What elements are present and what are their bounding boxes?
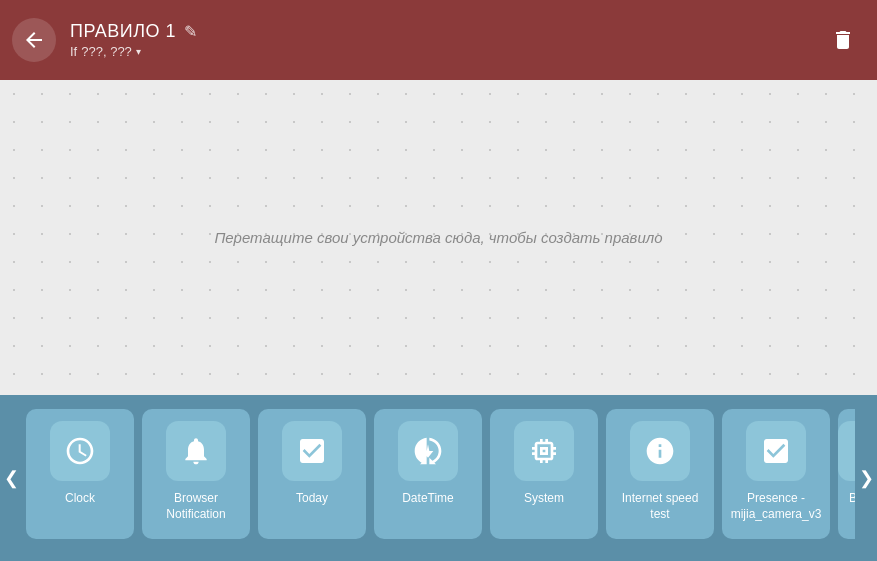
- device-card-today[interactable]: Today: [258, 409, 366, 539]
- presence-icon: [760, 435, 792, 467]
- rule-title: ПРАВИЛО 1: [70, 21, 176, 42]
- device-card-today-label: Today: [296, 491, 328, 507]
- device-card-speed-label: Internet speedtest: [622, 491, 699, 522]
- device-card-presence-mijia[interactable]: Presence -mijia_camera_v3: [722, 409, 830, 539]
- device-card-system[interactable]: System: [490, 409, 598, 539]
- device-card-presence-label: Presence -mijia_camera_v3: [731, 491, 822, 522]
- subtitle-params: ???, ???: [81, 44, 132, 59]
- device-cards-wrapper: Clock BrowserNotification Today: [22, 405, 855, 543]
- datetime-icon-container: [398, 421, 458, 481]
- speed-icon-container: [630, 421, 690, 481]
- presence-icon-container: [746, 421, 806, 481]
- edit-icon[interactable]: ✎: [184, 22, 197, 41]
- header: ПРАВИЛО 1 ✎ If ???, ??? ▾: [0, 0, 877, 80]
- notification-icon-container: [166, 421, 226, 481]
- clock-icon: [64, 435, 96, 467]
- rule-subtitle[interactable]: If ???, ??? ▾: [70, 44, 821, 59]
- prev-arrow-button[interactable]: ❮: [0, 405, 22, 551]
- device-cards: Clock BrowserNotification Today: [22, 405, 855, 543]
- device-card-browser-notification[interactable]: BrowserNotification: [142, 409, 250, 539]
- header-title-area: ПРАВИЛО 1 ✎ If ???, ??? ▾: [70, 21, 821, 59]
- system-icon-container: [514, 421, 574, 481]
- device-card-clock-label: Clock: [65, 491, 95, 507]
- speed-icon: [644, 435, 676, 467]
- clock-icon-container: [50, 421, 110, 481]
- system-icon: [528, 435, 560, 467]
- device-card-battery[interactable]: Batte...: [838, 409, 855, 539]
- device-tray: ❮ Clock BrowserNotification: [0, 395, 877, 561]
- device-card-internet-speed[interactable]: Internet speedtest: [606, 409, 714, 539]
- today-icon-container: [282, 421, 342, 481]
- device-card-clock[interactable]: Clock: [26, 409, 134, 539]
- notification-icon: [180, 435, 212, 467]
- chevron-down-icon: ▾: [136, 46, 141, 57]
- device-card-notification-label: BrowserNotification: [166, 491, 225, 522]
- drop-hint-text: Перетащите свои устройства сюда, чтобы с…: [214, 229, 662, 246]
- subtitle-if: If: [70, 44, 77, 59]
- rule-name-row: ПРАВИЛО 1 ✎: [70, 21, 821, 42]
- device-card-datetime[interactable]: DateTime: [374, 409, 482, 539]
- device-card-system-label: System: [524, 491, 564, 507]
- back-button[interactable]: [12, 18, 56, 62]
- drop-area[interactable]: Перетащите свои устройства сюда, чтобы с…: [0, 80, 877, 395]
- next-arrow-button[interactable]: ❯: [855, 405, 877, 551]
- battery-icon-container: [838, 421, 855, 481]
- check-box-icon: [296, 435, 328, 467]
- device-card-datetime-label: DateTime: [402, 491, 454, 507]
- datetime-icon: [412, 435, 444, 467]
- delete-button[interactable]: [821, 18, 865, 62]
